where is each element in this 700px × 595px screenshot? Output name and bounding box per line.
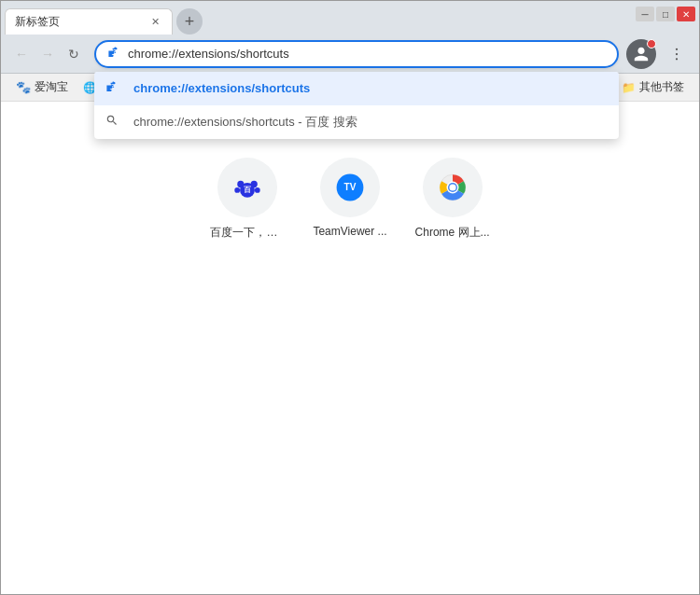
profile-area [626,39,656,69]
profile-badge [647,39,656,48]
baidu-label: 百度一下，你... [210,225,285,241]
extension-icon [107,46,120,62]
aitaobao-icon: 🐾 [16,80,31,94]
browser-window: 新标签页 ✕ + ─ □ ✕ ← → ↻ chrome://extension [0,0,700,595]
tab-strip: 新标签页 ✕ + [5,1,636,35]
svg-point-4 [238,181,245,187]
tab-title: 新标签页 [15,14,142,30]
address-text: chrome://extensions/shortcuts [128,47,606,61]
teamviewer-label: TeamViewer ... [313,225,386,238]
toolbar-right [626,39,692,69]
toolbar: ← → ↻ chrome://extensions/shortcuts [1,35,699,74]
svg-text:TV: TV [344,182,357,192]
close-button[interactable]: ✕ [677,7,695,21]
autocomplete-text-2: chrome://extensions/shortcuts - 百度 搜索 [133,114,357,131]
menu-button[interactable] [662,39,692,69]
refresh-button[interactable]: ↻ [61,41,87,67]
folder-icon: 📁 [622,81,636,94]
title-bar: 新标签页 ✕ + ─ □ ✕ [1,1,699,35]
chrome-label: Chrome 网上... [415,225,490,241]
minimize-button[interactable]: ─ [636,7,654,21]
autocomplete-item-1[interactable]: chrome://extensions/shortcuts [94,72,619,105]
svg-point-0 [676,48,678,49]
back-button[interactable]: ← [8,41,35,67]
other-bookmarks-label: 其他书签 [639,79,684,95]
svg-point-7 [255,187,260,193]
new-tab-button[interactable]: + [176,8,203,35]
autocomplete-text-1: chrome://extensions/shortcuts [133,81,310,95]
svg-point-6 [235,187,241,193]
svg-text:百: 百 [244,186,251,194]
page-content: 百 百度一下，你... TV TeamViewer ... [1,102,699,594]
autocomplete-dropdown: chrome://extensions/shortcuts chrome://e… [94,72,619,139]
address-bar[interactable]: chrome://extensions/shortcuts [94,40,619,68]
forward-button[interactable]: → [35,41,61,67]
autocomplete-extension-icon-1 [105,80,124,96]
teamviewer-icon-wrap: TV [320,158,380,217]
shortcuts-grid: 百 百度一下，你... TV TeamViewer ... [210,158,489,241]
svg-point-5 [251,181,258,187]
bookmark-aitaobao-label: 爱淘宝 [35,79,68,95]
window-controls: ─ □ ✕ [636,7,695,29]
svg-point-15 [449,184,455,190]
shortcut-chrome[interactable]: Chrome 网上... [415,158,490,241]
tab-close-button[interactable]: ✕ [147,15,162,30]
shortcut-baidu[interactable]: 百 百度一下，你... [210,158,285,241]
bookmark-aitaobao[interactable]: 🐾 爱淘宝 [8,77,76,97]
chrome-icon-wrap [423,158,483,217]
other-bookmarks[interactable]: 📁 其他书签 [614,77,692,97]
svg-point-2 [676,58,678,60]
baidu-icon-wrap: 百 [217,158,277,217]
svg-point-1 [676,52,678,54]
autocomplete-item-2[interactable]: chrome://extensions/shortcuts - 百度 搜索 [94,105,619,139]
autocomplete-search-icon-2 [105,114,124,130]
active-tab[interactable]: 新标签页 ✕ [5,8,173,35]
maximize-button[interactable]: □ [656,7,675,21]
shortcut-teamviewer[interactable]: TV TeamViewer ... [313,158,386,238]
address-bar-container: chrome://extensions/shortcuts chrome://e… [94,40,619,68]
